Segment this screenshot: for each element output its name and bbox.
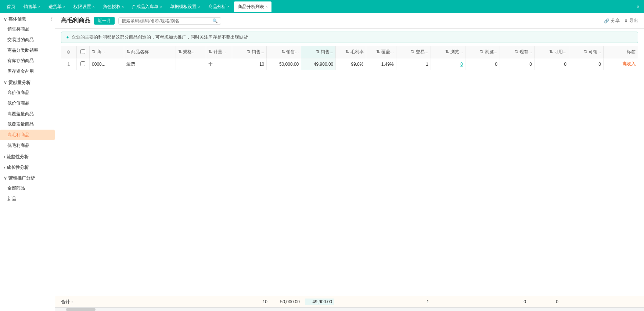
cell-num: 1 <box>61 58 76 70</box>
chevron-down-icon: ∨ <box>4 17 7 22</box>
tab-finished-goods[interactable]: 产成品入库单 × <box>128 1 166 12</box>
chevron-right-icon: › <box>4 154 5 159</box>
sidebar-item-stock-capital[interactable]: 库存资金占用 <box>0 66 55 77</box>
col-header-stock-sell: ⇅ 可销... <box>569 46 603 58</box>
content-header: 高毛利商品 近一月 🔍 🔗 分享 ⬇ 导出 <box>55 13 644 29</box>
sidebar-group-marketing[interactable]: ∨ 营销推广分析 <box>0 172 55 183</box>
sidebar-item-low-coverage[interactable]: 低覆盖量商品 <box>0 119 55 130</box>
col-header-name: ⇅ 商品名称 <box>124 46 176 58</box>
col-header-unit: ⇅ 计量... <box>206 46 232 58</box>
col-header-check <box>76 46 89 58</box>
footer-sales-amount: 50,000.00 <box>273 299 302 305</box>
tab-purchase[interactable]: 进货单 × <box>45 1 69 12</box>
export-btn[interactable]: ⬇ 导出 <box>624 18 638 24</box>
share-btn[interactable]: 🔗 分享 <box>604 18 620 24</box>
col-header-tag: 标签 <box>603 46 638 58</box>
close-all-tabs[interactable]: × <box>635 2 641 11</box>
cell-tag: 高收入 <box>603 58 638 70</box>
cell-name: 运费 <box>124 58 176 70</box>
search-input[interactable] <box>122 18 210 23</box>
sidebar-group-overall[interactable]: ∨ 整体信息 <box>0 13 55 24</box>
cell-spec <box>176 58 206 70</box>
footer-label: 合计： <box>61 299 74 305</box>
close-tab-roles[interactable]: × <box>122 5 124 9</box>
cell-coverage: 1.49% <box>366 58 396 70</box>
cell-browse2: 0 <box>465 58 500 70</box>
chevron-down-icon-3: ∨ <box>4 176 7 181</box>
cell-sales-profit: 49,900.00 <box>301 58 336 70</box>
sidebar-item-new-goods[interactable]: 新品 <box>0 194 55 204</box>
cell-browse1[interactable]: 0 <box>431 58 465 70</box>
close-tab-finished-goods[interactable]: × <box>160 5 162 9</box>
col-header-sales-profit: ⇅ 销售... <box>301 46 336 58</box>
cell-sales-amount: 50,000.00 <box>267 58 301 70</box>
footer-browse1 <box>434 301 464 303</box>
tab-roles[interactable]: 角色授权 × <box>99 1 128 12</box>
sidebar-item-sales-goods[interactable]: 销售类商品 <box>0 24 55 35</box>
info-banner: ✦ 企业的主要的利润都是这部分商品创造的，可考虑加大推广，同时关注库存是不要出现… <box>61 32 638 43</box>
close-tab-product-analysis[interactable]: × <box>227 5 230 9</box>
cell-sales-qty: 10 <box>232 58 267 70</box>
close-tab-sales[interactable]: × <box>38 5 40 9</box>
search-box: 🔍 <box>118 17 221 25</box>
sidebar-group-trend[interactable]: › 流趋性分析 <box>0 151 55 162</box>
tab-permissions[interactable]: 权限设置 × <box>70 1 98 12</box>
settings-icon[interactable]: ⚙ <box>66 50 71 55</box>
tab-sales[interactable]: 销售单 × <box>20 1 44 12</box>
sidebar: 《 ∨ 整体信息 销售类商品 交易过的商品 商品分类助销率 有库存的商品 库存资… <box>0 13 55 311</box>
close-tab-permissions[interactable]: × <box>93 5 95 9</box>
cell-gross-rate: 99.8% <box>336 58 366 70</box>
sidebar-item-low-value[interactable]: 低价值商品 <box>0 98 55 109</box>
col-header-gross-rate: ⇅ 毛利率 <box>336 46 366 58</box>
header-actions: 🔗 分享 ⬇ 导出 <box>604 18 638 24</box>
sidebar-item-all-goods[interactable]: 全部商品 <box>0 183 55 194</box>
search-icon[interactable]: 🔍 <box>212 18 218 23</box>
col-header-browse1: ⇅ 浏览... <box>431 46 465 58</box>
cell-check[interactable] <box>76 58 89 70</box>
content-area: 高毛利商品 近一月 🔍 🔗 分享 ⬇ 导出 ✦ 企业的主要的利润都是这部分商品创… <box>55 13 644 311</box>
footer-stock-now: 0 <box>499 299 528 305</box>
share-icon: 🔗 <box>604 18 609 23</box>
col-header-num: ⚙ <box>61 46 76 58</box>
sidebar-collapse-btn[interactable]: 《 <box>48 16 53 23</box>
main-layout: 《 ∨ 整体信息 销售类商品 交易过的商品 商品分类助销率 有库存的商品 库存资… <box>0 13 644 311</box>
col-header-browse2: ⇅ 浏览... <box>465 46 500 58</box>
footer-coverage <box>370 301 399 303</box>
sidebar-item-high-value[interactable]: 高价值商品 <box>0 87 55 98</box>
sidebar-group-growth[interactable]: › 成长性分析 <box>0 162 55 172</box>
cell-stock-now: 0 <box>500 58 534 70</box>
col-header-stock-avail: ⇅ 可用... <box>534 46 569 58</box>
footer-bar: 合计： 10 50,000.00 49,900.00 1 0 0 <box>55 296 644 307</box>
table-header-row: ⚙ ⇅ 商... ⇅ 商品名称 <box>61 46 638 58</box>
cell-unit: 个 <box>206 58 232 70</box>
sidebar-item-category-rate[interactable]: 商品分类助销率 <box>0 45 55 56</box>
select-all-checkbox[interactable] <box>80 49 85 54</box>
scrollbar-thumb[interactable] <box>66 308 96 311</box>
horizontal-scrollbar[interactable] <box>55 307 644 311</box>
col-header-spec: ⇅ 规格... <box>176 46 206 58</box>
tab-product-analysis[interactable]: 商品分析 × <box>205 1 233 12</box>
sidebar-group-contribution[interactable]: ∨ 贡献量分析 <box>0 77 55 87</box>
close-tab-purchase[interactable]: × <box>63 5 65 9</box>
col-header-stock-now: ⇅ 现有... <box>500 46 534 58</box>
cell-trade: 1 <box>396 58 431 70</box>
footer-trade: 1 <box>402 299 431 305</box>
time-filter-btn[interactable]: 近一月 <box>94 17 115 25</box>
footer-gross-rate <box>337 301 367 303</box>
cell-stock-avail: 0 <box>534 58 569 70</box>
close-tab-product-analysis-list[interactable]: × <box>266 5 268 9</box>
sidebar-item-high-coverage[interactable]: 高覆盖量商品 <box>0 109 55 119</box>
tab-product-analysis-list[interactable]: 商品分析列表 × <box>234 1 271 12</box>
sidebar-item-stocked-goods[interactable]: 有库存的商品 <box>0 55 55 66</box>
sidebar-item-high-margin[interactable]: 高毛利商品 <box>0 130 55 140</box>
sidebar-item-low-margin[interactable]: 低毛利商品 <box>0 140 55 151</box>
tab-template-settings[interactable]: 单据模板设置 × <box>166 1 204 12</box>
chevron-down-icon-2: ∨ <box>4 80 7 85</box>
table-row: 1 0000... 运费 个 10 50,000.00 49,900.00 99… <box>61 58 638 70</box>
col-header-trade: ⇅ 交易... <box>396 46 431 58</box>
data-table: ⚙ ⇅ 商... ⇅ 商品名称 <box>61 46 638 70</box>
tab-home[interactable]: 首页 <box>3 1 19 12</box>
close-tab-template-settings[interactable]: × <box>198 5 200 9</box>
col-header-sales-amount: ⇅ 销售... <box>267 46 301 58</box>
sidebar-item-traded-goods[interactable]: 交易过的商品 <box>0 35 55 45</box>
